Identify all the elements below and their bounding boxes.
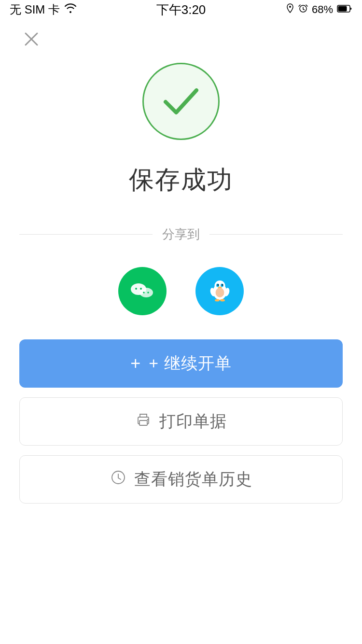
main-content: 保存成功 分享到: [0, 19, 362, 504]
close-button[interactable]: [19, 27, 43, 51]
svg-point-21: [220, 299, 225, 301]
battery-icon: [337, 3, 352, 16]
alarm-icon: [298, 3, 308, 16]
print-button[interactable]: 打印单据: [19, 397, 343, 446]
printer-icon: [135, 411, 152, 432]
success-circle: [142, 63, 220, 140]
checkmark-icon: [162, 84, 200, 118]
history-button[interactable]: 查看销货单历史: [19, 455, 343, 504]
svg-point-26: [147, 419, 149, 420]
status-left: 无 SIM 卡: [10, 2, 77, 17]
svg-rect-3: [338, 6, 347, 12]
share-divider: 分享到: [19, 226, 343, 243]
svg-point-11: [147, 292, 149, 294]
history-icon: [110, 469, 126, 490]
svg-point-10: [143, 292, 145, 294]
qq-icon: [207, 278, 233, 305]
share-label: 分享到: [162, 226, 200, 243]
continue-label: + 继续开单: [149, 352, 231, 375]
svg-point-15: [217, 284, 219, 285]
battery-percent: 68%: [312, 3, 333, 16]
wechat-share-button[interactable]: [118, 267, 167, 315]
no-sim-label: 无 SIM 卡: [10, 2, 60, 17]
share-icons: [19, 267, 343, 315]
history-label: 查看销货单历史: [134, 468, 252, 490]
qq-share-button[interactable]: [195, 267, 244, 315]
svg-rect-25: [139, 420, 147, 425]
location-icon: [286, 3, 294, 16]
svg-point-9: [140, 288, 142, 290]
svg-point-20: [215, 299, 220, 301]
continue-button[interactable]: + + 继续开单: [19, 339, 343, 388]
status-bar: 无 SIM 卡 下午3:20 68%: [0, 0, 362, 19]
plus-icon: +: [130, 353, 141, 374]
print-label: 打印单据: [159, 410, 227, 433]
share-section: 分享到: [0, 226, 362, 315]
success-title: 保存成功: [129, 163, 233, 197]
svg-point-17: [222, 284, 223, 285]
svg-point-0: [289, 6, 291, 8]
status-time: 下午3:20: [156, 1, 206, 18]
status-right: 68%: [286, 3, 352, 16]
wechat-icon: [128, 277, 157, 306]
svg-point-8: [135, 288, 137, 290]
wifi-icon: [64, 3, 77, 16]
svg-point-19: [215, 288, 224, 297]
action-buttons: + + 继续开单 打印单据 查看销货单历: [0, 339, 362, 504]
